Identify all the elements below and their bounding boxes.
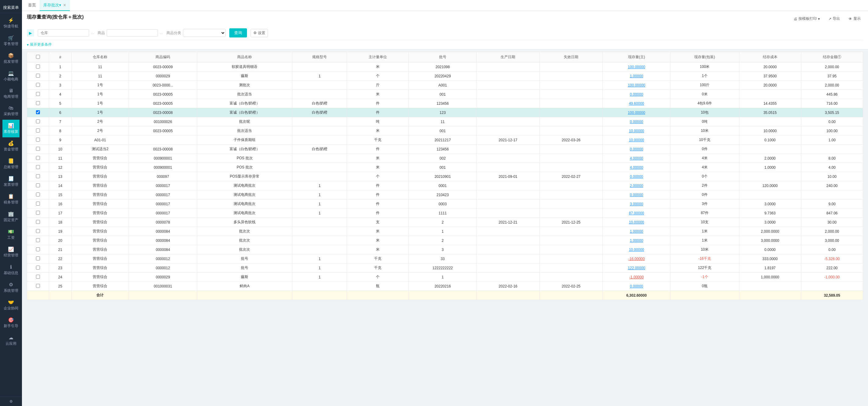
row-checkbox-18[interactable] [36,229,40,233]
sidebar-search[interactable]: 搜索菜单 [0,2,22,13]
sidebar-item-13[interactable]: 📈经营管理 [2,243,20,261]
sidebar-item-11[interactable]: 🏢固定资产 [2,208,20,226]
settings-btn[interactable]: ⚙ 设置 [251,29,268,37]
sidebar-item-4[interactable]: 🖥电商管理 [2,85,20,102]
cell-r18-c1: 19 [49,227,71,236]
sidebar-item-0[interactable]: ⚡快捷导航 [2,14,20,32]
cell-r8-c10[interactable]: 10.00000 [603,136,671,145]
sidebar-item-7[interactable]: 💰资金管理 [2,137,20,155]
sidebar-item-9[interactable]: 🧾发票管理 [2,173,20,190]
row-checkbox-13[interactable] [36,183,40,187]
cell-r12-c10[interactable]: 0.00000 [603,172,671,181]
row-checkbox-21[interactable] [36,257,40,261]
cell-r24-c10[interactable]: 0.00000 [603,282,671,291]
cell-r3-c10[interactable]: 0.00000 [603,90,671,99]
sidebar-item-6[interactable]: 📊库存核算 [2,120,20,137]
cell-r13-c10[interactable]: 2.00000 [603,181,671,190]
row-checkbox-6[interactable] [36,120,40,123]
cell-r20-c0 [27,245,49,254]
cell-r10-c10[interactable]: 4.00000 [603,154,671,163]
cell-r1-c10[interactable]: 1.00000 [603,72,671,81]
sidebar-item-16[interactable]: 🤝企业协同 [2,296,20,314]
row-checkbox-7[interactable] [36,129,40,133]
sidebar-item-12[interactable]: 💵工资 [2,226,20,243]
goods-input[interactable] [107,29,158,37]
cell-r15-c3: 0000017 [129,200,197,209]
row-checkbox-22[interactable] [36,266,40,270]
row-checkbox-1[interactable] [36,74,40,78]
cell-r7-c10[interactable]: 10.00000 [603,126,671,136]
sidebar-item-3[interactable]: 💻小额电商 [2,67,20,85]
cell-r16-c2: 营营综合 [71,209,129,218]
category-select[interactable] [183,29,226,37]
cell-r23-c13: -1,000.00 [801,273,863,282]
cell-r12-c3: 000097 [129,172,197,181]
row-checkbox-3[interactable] [36,92,40,96]
filter-expand-btn[interactable]: ▶ [27,29,34,37]
query-btn[interactable]: 查询 [229,28,247,37]
row-checkbox-20[interactable] [36,247,40,251]
cell-r22-c10[interactable]: 122.00000 [603,264,671,273]
sidebar-settings-btn[interactable]: ⚙ [0,397,22,406]
cell-r17-c10[interactable]: 10.00000 [603,218,671,227]
cell-r15-c10[interactable]: 3.00000 [603,200,671,209]
cell-r10-c12: 2.0000 [739,154,801,163]
row-checkbox-5[interactable] [36,110,40,114]
cell-r6-c10[interactable]: 0.00000 [603,117,671,126]
cell-r5-c10[interactable]: 100.00000 [603,108,671,117]
tab-home[interactable]: 首页 [24,0,40,11]
toggle-btn[interactable]: 👁 显示 [846,15,863,23]
row-checkbox-4[interactable] [36,101,40,105]
cell-r1-c6: 个 [347,72,409,81]
print-btn[interactable]: 🖨 按模板打印 ▾ [791,15,822,23]
sidebar-item-15[interactable]: ⚙系统管理 [2,279,20,296]
row-checkbox-8[interactable] [36,138,40,142]
select-all-checkbox[interactable] [36,55,40,59]
cell-r18-c10[interactable]: 1.00000 [603,227,671,236]
cell-r14-c10[interactable]: 0.00000 [603,190,671,200]
sidebar-item-10[interactable]: 📋税务管理 [2,190,20,208]
cell-r2-c10[interactable]: 100.00000 [603,81,671,90]
cell-r6-c8 [476,117,540,126]
row-checkbox-12[interactable] [36,174,40,178]
cell-r15-c4: 测试电商批次 [197,200,292,209]
row-checkbox-17[interactable] [36,220,40,224]
sidebar-item-2[interactable]: 📦批发管理 [2,49,20,67]
sidebar-item-14[interactable]: ℹ基础信息 [2,261,20,279]
row-checkbox-0[interactable] [36,65,40,69]
tab-inventory-batch[interactable]: 库存批次▾ ✕ [40,0,70,11]
cell-r2-c9 [540,81,603,90]
sidebar-item-1[interactable]: 🛒零售管理 [2,32,20,49]
sidebar-item-18[interactable]: ☁云应用 [2,332,20,349]
row-checkbox-9[interactable] [36,147,40,151]
cell-r9-c10[interactable]: 0.00000 [603,145,671,154]
cell-r16-c10[interactable]: 87.00000 [603,209,671,218]
expand-more-btn[interactable]: ▾ 展开更多条件 [27,42,863,47]
cell-r20-c10[interactable]: 10.00000 [603,245,671,254]
row-checkbox-23[interactable] [36,275,40,279]
export-btn[interactable]: ↗ 导出 [826,15,842,23]
row-checkbox-2[interactable] [36,83,40,87]
row-checkbox-11[interactable] [36,165,40,169]
cell-r0-c0 [27,62,49,72]
cell-r4-c10[interactable]: 49.60000 [603,99,671,108]
warehouse-input[interactable] [38,29,89,37]
cell-r23-c10[interactable]: -1.00000 [603,273,671,282]
cell-r11-c10[interactable]: 4.00000 [603,163,671,172]
cell-r17-c5 [292,218,347,227]
row-checkbox-16[interactable] [36,211,40,215]
tab-close-btn[interactable]: ✕ [63,3,66,7]
cell-r19-c10[interactable]: 1.00000 [603,236,671,245]
cell-r6-c12 [739,117,801,126]
sidebar-item-5[interactable]: 🛍采购管理 [2,102,20,120]
row-checkbox-14[interactable] [36,193,40,197]
sidebar-item-17[interactable]: 🎯新手引导 [2,314,20,332]
cell-r21-c10[interactable]: -16.00000 [603,254,671,264]
sidebar-item-8[interactable]: 📒总账管理 [2,155,20,173]
row-checkbox-24[interactable] [36,284,40,288]
cell-r0-c10[interactable]: 100.00000 [603,62,671,72]
row-checkbox-10[interactable] [36,156,40,160]
row-checkbox-19[interactable] [36,238,40,242]
row-checkbox-15[interactable] [36,202,40,206]
cell-r19-c1: 20 [49,236,71,245]
